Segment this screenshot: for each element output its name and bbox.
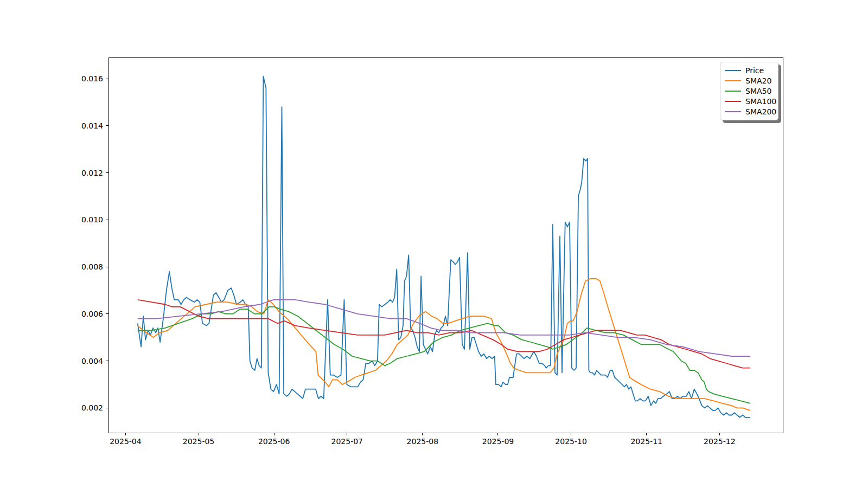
- y-tick-label: 0.016: [81, 74, 103, 83]
- x-tick-label: 2025-10: [555, 437, 587, 446]
- x-tick-label: 2025-05: [183, 437, 215, 446]
- x-tick-label: 2025-08: [407, 437, 439, 446]
- legend-label: Price: [745, 67, 764, 74]
- x-tick-label: 2025-09: [482, 437, 514, 446]
- legend-item-sma100: SMA100: [725, 98, 774, 105]
- legend-label: SMA200: [745, 108, 776, 115]
- legend-line-swatch: [725, 80, 741, 81]
- legend-item-sma50: SMA50: [725, 87, 774, 95]
- legend-line-swatch: [725, 111, 741, 112]
- x-tick-label: 2025-11: [630, 437, 662, 446]
- x-tick-label: 2025-06: [258, 437, 290, 446]
- plot-frame: [108, 57, 783, 433]
- y-tick-label: 0.008: [81, 262, 103, 271]
- legend-line-swatch: [725, 91, 741, 92]
- figure: 2025-042025-052025-062025-072025-082025-…: [0, 0, 868, 488]
- legend-line-swatch: [725, 101, 741, 102]
- legend-item-price: Price: [725, 67, 774, 74]
- y-tick-label: 0.014: [81, 121, 103, 130]
- x-tick-label: 2025-12: [704, 437, 736, 446]
- y-tick-label: 0.010: [81, 215, 103, 224]
- legend-line-swatch: [725, 70, 741, 71]
- y-tick-label: 0.006: [81, 310, 103, 318]
- series-line-price: [138, 76, 750, 418]
- legend-label: SMA100: [745, 98, 776, 105]
- legend-item-sma200: SMA200: [725, 108, 774, 115]
- legend: Price SMA20 SMA50 SMA100 SMA200: [720, 62, 778, 120]
- legend-label: SMA20: [745, 77, 771, 85]
- x-tick-label: 2025-04: [110, 437, 142, 446]
- x-tick-label: 2025-07: [331, 437, 363, 446]
- y-tick-label: 0.002: [81, 403, 103, 412]
- series-line-sma200: [138, 300, 750, 356]
- legend-label: SMA50: [745, 87, 771, 95]
- legend-item-sma20: SMA20: [725, 77, 774, 85]
- y-tick-label: 0.012: [81, 169, 103, 177]
- y-tick-label: 0.004: [81, 357, 103, 365]
